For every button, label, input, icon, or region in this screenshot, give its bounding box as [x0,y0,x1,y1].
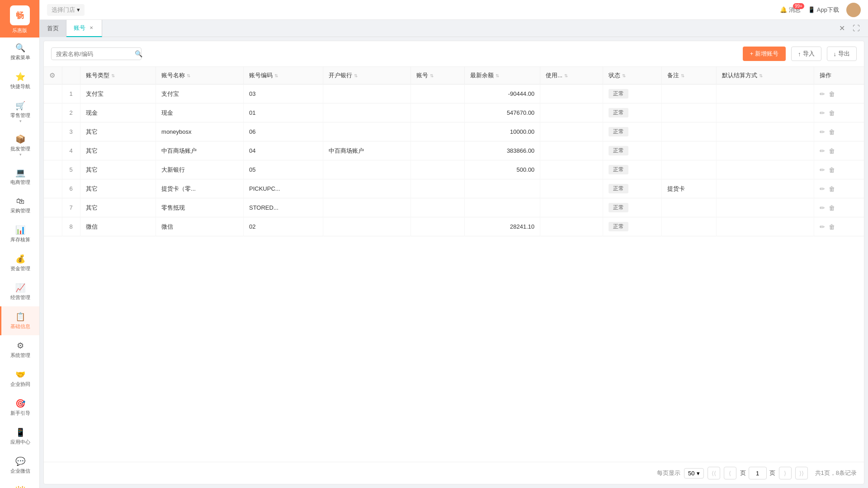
sidebar-item-search[interactable]: 🔍 搜索菜单 [0,38,39,66]
sidebar-item-appcenter[interactable]: 📱 应用中心 [0,422,39,451]
delete-button[interactable]: 🗑 [829,90,835,98]
status-badge: 正常 [609,222,628,231]
col-status: 状态⇅ [603,67,662,84]
settings-icon[interactable]: ⚙ [49,71,55,79]
add-account-button[interactable]: + 新增账号 [743,47,786,61]
row-bank [323,103,411,122]
edit-button[interactable]: ✏ [820,204,825,211]
last-page-button[interactable]: ⟩⟩ [795,467,808,479]
sidebar-item-guide[interactable]: 🎯 新手引导 [0,393,39,422]
store-selector[interactable]: 选择门店 ▾ [47,4,85,16]
tab-home[interactable]: 首页 [40,20,66,37]
tab-close-account[interactable]: ✕ [88,25,94,31]
chevron-right-icon: ▾ [19,152,22,157]
sidebar-item-inventory[interactable]: 📊 库存核算 [0,220,39,249]
row-default-settle [716,141,814,160]
sidebar-item-member[interactable]: 👑 畅会员 [0,480,39,488]
sidebar-item-wechat[interactable]: 💬 企业微信 [0,451,39,480]
nav-label-inventory: 库存核算 [10,236,30,243]
bell-icon: 🔔 [780,6,787,13]
row-num: 4 [62,141,80,160]
edit-button[interactable]: ✏ [820,90,825,98]
edit-button[interactable]: ✏ [820,166,825,174]
logo[interactable]: 畅 乐惠版 [0,0,39,38]
col-type: 账号类型⇅ [80,67,156,84]
row-settings [44,141,62,160]
delete-button[interactable]: 🗑 [829,185,835,192]
tab-close-all-button[interactable]: ✕ [835,22,848,35]
sidebar-item-operations[interactable]: 📈 经营管理 [0,277,39,306]
delete-button[interactable]: 🗑 [829,109,835,117]
row-name: 大新银行 [156,160,244,179]
tab-fullscreen-button[interactable]: ⛶ [850,22,863,35]
page-of-label: 页 [769,469,775,477]
row-action: ✏ 🗑 [814,198,864,217]
nav-label-operations: 经营管理 [10,294,30,301]
nav-label-shortcut: 快捷导航 [10,83,30,90]
export-button[interactable]: ↓ 导出 [827,47,857,61]
first-page-button[interactable]: ⟨⟨ [708,467,720,479]
delete-button[interactable]: 🗑 [829,166,835,174]
edit-button[interactable]: ✏ [820,109,825,117]
sidebar-item-ecommerce[interactable]: 💻 电商管理 [0,162,39,191]
sidebar-item-retail[interactable]: 🛒 零售管理 ▾ [0,95,39,129]
row-default-settle [716,179,814,198]
status-badge: 正常 [609,108,628,117]
edit-button[interactable]: ✏ [820,128,825,136]
search-box[interactable]: 🔍 [51,47,142,60]
import-button[interactable]: ↑ 导入 [791,47,821,61]
delete-button[interactable]: 🗑 [829,147,835,155]
row-name: 中百商场账户 [156,141,244,160]
nav-icon-contract: 🤝 [15,370,25,380]
app-download-button[interactable]: 📱 App下载 [808,6,839,14]
delete-button[interactable]: 🗑 [829,204,835,211]
sidebar-item-system[interactable]: ⚙ 系统管理 [0,335,39,364]
edit-button[interactable]: ✏ [820,147,825,155]
edit-button[interactable]: ✏ [820,185,825,192]
delete-button[interactable]: 🗑 [829,128,835,136]
sidebar-item-basic[interactable]: 📋 基础信息 [0,306,39,335]
page-size-select[interactable]: 50 ▾ [684,468,703,479]
row-code: STORED... [243,198,323,217]
row-balance [464,198,540,217]
search-icon[interactable]: 🔍 [135,50,142,57]
nav-label-retail: 零售管理 [10,112,30,119]
user-avatar[interactable] [846,3,861,17]
page-size-label: 每页显示 [657,469,680,477]
sidebar-item-finance[interactable]: 💰 资金管理 [0,249,39,277]
nav-label-wechat: 企业微信 [10,468,30,474]
search-input[interactable] [56,51,132,57]
message-button[interactable]: 🔔 消息 99+ [780,6,801,14]
status-badge: 正常 [609,203,628,212]
row-type: 其它 [80,160,156,179]
row-code: 01 [243,103,323,122]
row-remark [662,198,716,217]
row-use [540,217,603,236]
row-action: ✏ 🗑 [814,122,864,141]
row-name: 支付宝 [156,84,244,103]
tab-label-home: 首页 [47,24,59,33]
nav-icon-member: 👑 [15,485,25,488]
row-num: 6 [62,179,80,198]
row-name: 零售抵现 [156,198,244,217]
page-input[interactable] [749,467,767,479]
tab-account[interactable]: 账号✕ [66,20,102,37]
next-page-button[interactable]: ⟩ [779,467,792,479]
prev-page-button[interactable]: ⟨ [724,467,736,479]
nav-label-purchase: 采购管理 [10,207,30,214]
nav-icon-shortcut: ⭐ [15,72,25,82]
sidebar-item-shortcut[interactable]: ⭐ 快捷导航 [0,66,39,95]
row-code: 02 [243,217,323,236]
sidebar-item-wholesale[interactable]: 📦 批发管理 ▾ [0,129,39,162]
sidebar-item-contract[interactable]: 🤝 企业协同 [0,364,39,393]
col-settings: ⚙ [44,67,62,84]
col-bank: 开户银行⇅ [323,67,411,84]
edit-button[interactable]: ✏ [820,223,825,230]
delete-button[interactable]: 🗑 [829,223,835,230]
row-account [411,122,465,141]
row-remark: 提货卡 [662,179,716,198]
row-account [411,84,465,103]
col-num [62,67,80,84]
row-status: 正常 [603,103,662,122]
sidebar-item-purchase[interactable]: 🛍 采购管理 [0,191,39,220]
